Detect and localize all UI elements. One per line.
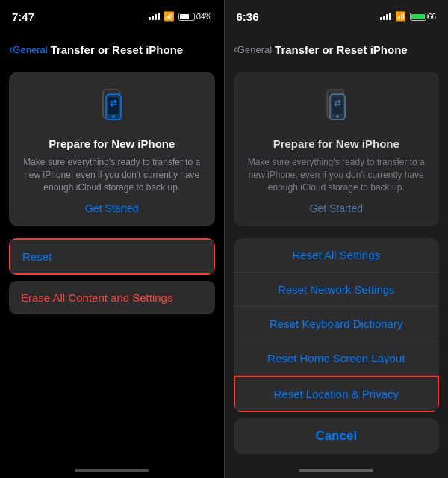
home-indicator-left — [0, 463, 224, 478]
left-panel: 7:47 📶 34% ‹ General Transfer or Reset i… — [0, 0, 224, 478]
battery-icon-right: 66 — [410, 13, 436, 21]
card-title-right: Prepare for New iPhone — [273, 137, 399, 150]
phone-icon-left — [90, 84, 134, 128]
time-right: 6:36 — [237, 10, 259, 23]
card-desc-left: Make sure everything's ready to transfer… — [21, 156, 203, 193]
wifi-icon: 📶 — [164, 11, 175, 22]
reset-home-screen-layout-item[interactable]: Reset Home Screen Layout — [234, 341, 440, 376]
reset-location-privacy-item[interactable]: Reset Location & Privacy — [234, 376, 440, 412]
reset-all-settings-item[interactable]: Reset All Settings — [234, 238, 440, 273]
svg-point-9 — [336, 115, 339, 118]
status-bar-left: 7:47 📶 34% — [0, 0, 224, 33]
back-label-left[interactable]: General — [13, 44, 47, 55]
page-title-right: Transfer or Reset iPhone — [275, 43, 408, 56]
battery-icon: 34% — [178, 13, 211, 21]
prepare-card-left: Prepare for New iPhone Make sure everyth… — [9, 72, 215, 226]
svg-point-4 — [112, 115, 115, 118]
reset-network-settings-item[interactable]: Reset Network Settings — [234, 273, 440, 307]
wifi-icon-right: 📶 — [395, 11, 406, 22]
erase-section: Erase All Content and Settings — [9, 281, 215, 314]
battery-percent-left: 34% — [196, 13, 211, 21]
right-panel: 6:36 📶 66 ‹ General Transfer or Reset iP… — [225, 0, 449, 478]
action-sheet: Reset All Settings Reset Network Setting… — [234, 238, 440, 412]
nav-bar-left: ‹ General Transfer or Reset iPhone — [0, 33, 224, 66]
nav-bar-right: ‹ General Transfer or Reset iPhone — [225, 33, 449, 66]
time-left: 7:47 — [12, 10, 34, 23]
card-title-left: Prepare for New iPhone — [49, 137, 175, 150]
svg-rect-3 — [108, 97, 119, 114]
reset-section-highlighted: Reset — [9, 238, 215, 275]
cancel-button[interactable]: Cancel — [234, 418, 440, 454]
card-desc-right: Make sure everything's ready to transfer… — [246, 156, 428, 193]
battery-percent-right: 66 — [428, 13, 436, 21]
reset-button[interactable]: Reset — [10, 240, 214, 273]
status-icons-left: 📶 34% — [149, 11, 211, 22]
signal-icon-right — [380, 13, 391, 20]
back-label-right[interactable]: General — [237, 44, 272, 55]
get-started-button-right[interactable]: Get Started — [309, 202, 363, 214]
reset-label: Reset — [22, 250, 52, 263]
signal-icon — [149, 13, 160, 20]
reset-keyboard-dictionary-item[interactable]: Reset Keyboard Dictionary — [234, 307, 440, 341]
status-icons-right: 📶 66 — [380, 11, 436, 22]
get-started-button-left[interactable]: Get Started — [85, 202, 139, 214]
phone-icon-right — [314, 84, 358, 128]
status-bar-right: 6:36 📶 66 — [225, 0, 449, 33]
erase-label: Erase All Content and Settings — [21, 291, 172, 304]
erase-button[interactable]: Erase All Content and Settings — [9, 281, 215, 314]
page-title-left: Transfer or Reset iPhone — [51, 43, 184, 56]
prepare-card-right: Prepare for New iPhone Make sure everyth… — [234, 72, 440, 226]
svg-rect-8 — [332, 97, 343, 114]
home-indicator-right — [225, 463, 449, 478]
